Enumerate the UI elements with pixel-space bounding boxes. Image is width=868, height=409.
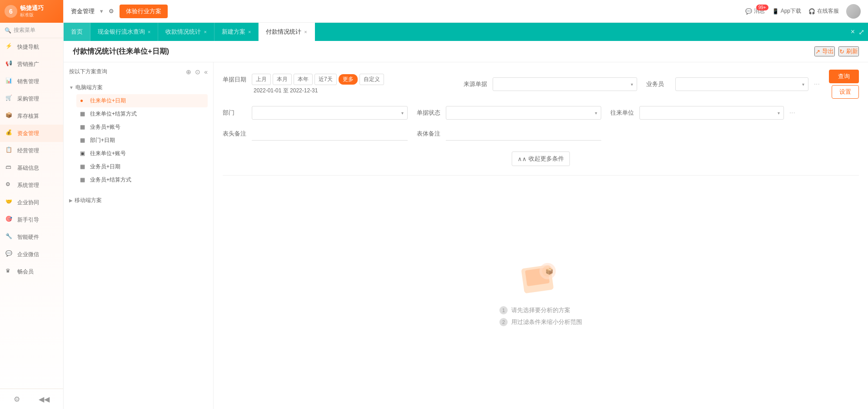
scheme-staff-account[interactable]: ▦ 业务员+账号 xyxy=(76,121,208,134)
staff-select[interactable]: ▾ xyxy=(675,77,808,91)
sidebar-item-hardware[interactable]: 🔧 智能硬件 xyxy=(0,228,63,246)
doc-status-select[interactable]: ▾ xyxy=(446,106,602,120)
this-year-btn[interactable]: 本年 xyxy=(294,74,313,85)
wechat-icon: 💬 xyxy=(5,250,14,258)
tab-receipt-close[interactable]: × xyxy=(204,29,206,35)
scheme-dept-date[interactable]: ▦ 部门+日期 xyxy=(76,134,208,147)
body-remark-group: 表体备注 xyxy=(417,127,602,141)
sidebar-item-wechat[interactable]: 💬 企业微信 xyxy=(0,246,63,263)
scheme-icon-5: ▦ xyxy=(80,163,87,171)
tab-payment-close[interactable]: × xyxy=(304,29,307,35)
query-button[interactable]: 查询 xyxy=(829,70,859,83)
desktop-section-toggle[interactable]: ▼ 电脑端方案 xyxy=(69,81,208,94)
doc-status-select-arrow: ▾ xyxy=(595,111,597,116)
tab-receipt[interactable]: 收款情况统计 × xyxy=(158,23,214,41)
breadcrumb-dropdown[interactable]: ▾ xyxy=(100,8,103,15)
empty-tips: 1 请先选择要分析的方案 2 用过滤条件来缩小分析范围 xyxy=(499,306,582,326)
scheme-unit-account[interactable]: ▣ 往来单位+账号 xyxy=(76,147,208,160)
sidebar-item-operation[interactable]: 📋 经营管理 xyxy=(0,142,63,159)
sidebar-item-fund[interactable]: 💰 资金管理 xyxy=(0,125,63,142)
add-scheme-icon[interactable]: ⊕ xyxy=(186,68,191,76)
topbar: 资金管理 ▾ ⚙ 体验行业方案 💬 消息 99+ 📱 App下载 🎧 在线客服 xyxy=(64,0,868,23)
tab-new-scheme-close[interactable]: × xyxy=(248,29,251,35)
scheme-settings-icon[interactable]: ⊙ xyxy=(195,68,200,76)
fund-icon: 💰 xyxy=(5,129,14,137)
body-remark-input[interactable] xyxy=(446,127,602,141)
settings-bottom-icon[interactable]: ⚙ xyxy=(14,395,20,404)
quick-nav-icon: ⚡ xyxy=(5,43,14,51)
phone-icon: 📱 xyxy=(772,8,779,15)
sales-icon: 📊 xyxy=(5,77,14,86)
scheme-icon-2: ▦ xyxy=(80,124,87,131)
sidebar-item-marketing[interactable]: 📢 营销推广 xyxy=(0,56,63,73)
doc-status-label: 单据状态 xyxy=(417,109,442,117)
scheme-icon-6: ▦ xyxy=(80,177,87,184)
source-select-arrow: ▾ xyxy=(631,82,633,87)
inventory-icon: 📦 xyxy=(5,112,14,120)
sidebar-item-quick-nav[interactable]: ⚡ 快捷导航 xyxy=(0,38,63,56)
sidebar-item-inventory[interactable]: 📦 库存核算 xyxy=(0,107,63,125)
filter-settings-button[interactable]: 设置 xyxy=(832,85,859,99)
filter-rows: 单据日期 上月 本月 本年 近7天 更多 自定义 xyxy=(223,70,859,141)
sidebar-item-system[interactable]: ⚙ 系统管理 xyxy=(0,177,63,194)
basic-icon: 🗃 xyxy=(5,164,14,172)
refresh-button[interactable]: ↻ 刷新 xyxy=(838,46,859,56)
expand-tabs-icon[interactable]: ⤢ xyxy=(858,28,864,36)
sidebar-item-purchase[interactable]: 🛒 采购管理 xyxy=(0,90,63,107)
collapse-panel-icon[interactable]: « xyxy=(204,68,208,76)
sidebar-logo: 6 畅捷通巧 标准版 xyxy=(0,0,63,23)
tab-bank[interactable]: 现金银行流水查询 × xyxy=(90,23,158,41)
sidebar-item-enterprise[interactable]: 🤝 企业协同 xyxy=(0,194,63,211)
scheme-staff-date[interactable]: ▦ 业务员+日期 xyxy=(76,160,208,173)
sidebar-item-vip[interactable]: ♛ 畅会员 xyxy=(0,263,63,280)
headset-icon: 🎧 xyxy=(808,8,815,15)
avatar-image xyxy=(846,4,861,19)
mobile-section-toggle[interactable]: ▶ 移动端方案 xyxy=(69,194,208,207)
filter-panel: 单据日期 上月 本月 本年 近7天 更多 自定义 xyxy=(214,62,868,409)
scheme-icon-4: ▣ xyxy=(80,150,87,157)
sidebar-bottom: ⚙ ◀◀ xyxy=(0,389,63,409)
user-avatar[interactable] xyxy=(846,4,861,19)
partner-dots: ··· xyxy=(789,109,795,117)
topbar-settings-icon[interactable]: ⚙ xyxy=(109,8,114,15)
partner-select-arrow: ▾ xyxy=(778,111,780,116)
header-remark-group: 表头备注 xyxy=(223,127,408,141)
online-service-btn[interactable]: 🎧 在线客服 xyxy=(808,7,839,15)
tab-bank-close[interactable]: × xyxy=(148,29,150,35)
scheme-unit-settle[interactable]: ▦ 往来单位+结算方式 xyxy=(76,107,208,121)
last-7days-btn[interactable]: 近7天 xyxy=(314,74,337,85)
partner-filter-group: 往来单位 ▾ ··· xyxy=(610,106,795,120)
page-content: 付款情况统计(往来单位+日期) ↗ 导出 ↻ 刷新 按以下方案查询 ⊕ xyxy=(64,41,868,409)
more-btn[interactable]: 更多 xyxy=(339,74,358,85)
last-month-btn[interactable]: 上月 xyxy=(252,74,271,85)
date-range-display: 2022-01-01 至 2022-12-31 xyxy=(254,87,318,94)
app-download-btn[interactable]: 📱 App下载 xyxy=(772,7,801,15)
notification-btn[interactable]: 💬 消息 99+ xyxy=(745,7,765,15)
sidebar-item-basic[interactable]: 🗃 基础信息 xyxy=(0,159,63,177)
custom-btn[interactable]: 自定义 xyxy=(359,74,384,85)
partner-select[interactable]: ▾ xyxy=(639,106,783,120)
header-remark-input[interactable] xyxy=(252,127,408,141)
this-month-btn[interactable]: 本月 xyxy=(273,74,292,85)
collapse-filters-button[interactable]: ∧∧ 收起更多条件 xyxy=(512,151,570,166)
export-button[interactable]: ↗ 导出 xyxy=(814,46,835,56)
empty-tip-2: 2 用过滤条件来缩小分析范围 xyxy=(499,318,582,326)
empty-state: 📦 1 请先选择要分析的方案 2 用过滤条件来缩小分析范围 xyxy=(223,179,859,402)
tabs-actions: × ⤢ xyxy=(847,23,868,41)
filter-actions: 查询 设置 xyxy=(829,70,859,99)
sidebar-item-sales[interactable]: 📊 销售管理 xyxy=(0,73,63,90)
close-all-tabs-icon[interactable]: × xyxy=(851,28,855,36)
collapse-sidebar-icon[interactable]: ◀◀ xyxy=(39,395,50,404)
scheme-unit-date[interactable]: ● 往来单位+日期 xyxy=(76,94,208,107)
svg-text:📦: 📦 xyxy=(545,268,554,275)
sidebar-item-guide[interactable]: 🎯 新手引导 xyxy=(0,211,63,228)
sidebar-search[interactable]: 🔍 搜索菜单 xyxy=(0,23,63,38)
tab-payment[interactable]: 付款情况统计 × xyxy=(259,23,314,41)
source-select[interactable]: ▾ xyxy=(493,77,637,91)
dept-select[interactable]: ▾ xyxy=(252,106,408,120)
logo-text: 畅捷通巧 标准版 xyxy=(20,5,44,18)
tab-new-scheme[interactable]: 新建方案 × xyxy=(215,23,259,41)
tab-home[interactable]: 首页 xyxy=(64,23,90,41)
trial-button[interactable]: 体验行业方案 xyxy=(120,5,168,18)
scheme-staff-settle[interactable]: ▦ 业务员+结算方式 xyxy=(76,173,208,187)
